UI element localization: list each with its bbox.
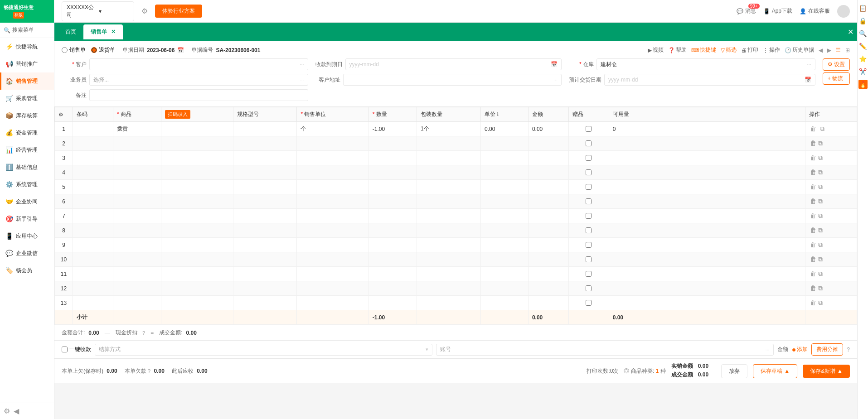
copy-row-icon[interactable]: ⧉ bbox=[818, 284, 823, 292]
copy-row-icon[interactable]: ⧉ bbox=[818, 140, 823, 147]
right-panel-icon-3[interactable]: 🔍 bbox=[858, 29, 868, 38]
right-panel-icon-5[interactable]: ⭐ bbox=[858, 54, 868, 63]
delete-row-icon[interactable]: 🗑 bbox=[810, 255, 816, 263]
row-barcode[interactable] bbox=[73, 122, 113, 136]
delete-row-icon[interactable]: 🗑 bbox=[810, 154, 816, 161]
total-owed-help-icon[interactable]: ? bbox=[148, 368, 150, 374]
customer-input[interactable]: ··· bbox=[89, 58, 308, 70]
delete-row-icon[interactable]: 🗑 bbox=[810, 241, 816, 248]
sidebar-item-sales[interactable]: 🏠 销售管理 bbox=[0, 72, 54, 90]
operations-action[interactable]: ⋮ 操作 bbox=[763, 46, 780, 54]
tab-sales-order[interactable]: 销售单 ✕ bbox=[83, 24, 123, 39]
settings-button[interactable]: ⚙ 设置 bbox=[823, 58, 850, 71]
nav-next-icon[interactable]: ▶ bbox=[827, 47, 831, 53]
delete-row-icon[interactable]: 🗑 bbox=[810, 183, 816, 190]
add-payment-button[interactable]: ● 添加 bbox=[792, 346, 808, 354]
one-click-payment-checkbox[interactable]: 一键收款 bbox=[62, 346, 91, 353]
sales-order-radio[interactable]: 销售单 bbox=[62, 46, 86, 54]
remarks-input[interactable] bbox=[89, 89, 308, 101]
copy-row-icon[interactable]: ⧉ bbox=[820, 125, 824, 132]
row-pkg[interactable]: 1个 bbox=[417, 122, 481, 136]
sidebar-item-business[interactable]: 📊 经营管理 bbox=[0, 141, 54, 159]
save-new-button[interactable]: 保存&新增 ▲ bbox=[803, 365, 850, 378]
save-draft-button[interactable]: 保存草稿 ▲ bbox=[753, 364, 797, 378]
copy-row-icon[interactable]: ⧉ bbox=[818, 270, 823, 277]
online-service-button[interactable]: 👤 在线客服 bbox=[800, 7, 830, 15]
settings-bottom-icon[interactable]: ⚙ bbox=[4, 407, 10, 415]
row-goods[interactable]: 拨贡 bbox=[113, 122, 161, 136]
settings-gear-icon[interactable]: ⚙ bbox=[140, 5, 150, 17]
copy-row-icon[interactable]: ⧉ bbox=[818, 197, 823, 205]
payment-date-input[interactable]: yyyy-mm-dd 📅 bbox=[345, 58, 562, 70]
sidebar-item-system[interactable]: ⚙️ 系统管理 bbox=[0, 176, 54, 193]
right-panel-icon-2[interactable]: 🔒 bbox=[858, 16, 868, 25]
delete-row-icon[interactable]: 🗑 bbox=[810, 197, 816, 205]
right-panel-icon-4[interactable]: ✏️ bbox=[858, 42, 868, 51]
sidebar-item-quick-nav[interactable]: ⚡ 快捷导航 bbox=[0, 38, 54, 55]
discount-help-icon[interactable]: ? bbox=[142, 330, 145, 336]
delete-row-icon[interactable]: 🗑 bbox=[810, 226, 816, 234]
copy-row-icon[interactable]: ⧉ bbox=[818, 169, 823, 176]
avatar[interactable] bbox=[837, 5, 850, 18]
salesperson-input[interactable]: 选择... ··· bbox=[89, 74, 308, 86]
nav-prev-icon[interactable]: ◀ bbox=[819, 47, 823, 53]
copy-row-icon[interactable]: ⧉ bbox=[818, 241, 823, 248]
video-action[interactable]: ▶ 视频 bbox=[648, 46, 664, 54]
row-amount[interactable]: 0.00 bbox=[528, 122, 568, 136]
copy-row-icon[interactable]: ⧉ bbox=[818, 183, 823, 190]
delete-row-icon[interactable]: 🗑 bbox=[810, 284, 816, 292]
collapse-icon[interactable]: ◀ bbox=[14, 407, 19, 415]
calendar-icon[interactable]: 📅 bbox=[177, 47, 184, 53]
sidebar-item-guide[interactable]: 🎯 新手引导 bbox=[0, 210, 54, 227]
payment-help-icon[interactable]: ? bbox=[847, 347, 850, 353]
copy-row-icon[interactable]: ⧉ bbox=[818, 255, 823, 263]
delete-row-icon[interactable]: 🗑 bbox=[810, 169, 816, 176]
discard-button[interactable]: 放弃 bbox=[721, 364, 747, 378]
copy-row-icon[interactable]: ⧉ bbox=[818, 154, 823, 161]
row-price[interactable]: 0.00 bbox=[481, 122, 529, 136]
col-scan[interactable]: 扫码录入 bbox=[161, 107, 233, 122]
sidebar-item-basic[interactable]: ℹ️ 基础信息 bbox=[0, 159, 54, 176]
sidebar-item-enterprise[interactable]: 🤝 企业协同 bbox=[0, 193, 54, 210]
tab-bar-close-icon[interactable]: ✕ bbox=[848, 28, 853, 36]
search-menu[interactable]: 🔍 搜索菜单 bbox=[0, 23, 54, 38]
history-action[interactable]: 🕐 历史单据 bbox=[785, 46, 814, 54]
sidebar-item-wechat[interactable]: 💬 企业微信 bbox=[0, 245, 54, 262]
delete-row-icon[interactable]: 🗑 bbox=[810, 125, 816, 132]
sidebar-item-finance[interactable]: 💰 资金管理 bbox=[0, 124, 54, 141]
row-spec[interactable] bbox=[233, 122, 297, 136]
shortcuts-action[interactable]: ⌨ 快捷键 bbox=[691, 46, 716, 54]
calc-method-input[interactable]: 结算方式 ▾ bbox=[95, 344, 432, 356]
company-selector[interactable]: XXXXXX公司 ▾ bbox=[62, 1, 134, 21]
tab-close-icon[interactable]: ✕ bbox=[111, 29, 116, 35]
message-button[interactable]: 💬 消息 99+ bbox=[737, 7, 756, 15]
payment-calendar-icon[interactable]: 📅 bbox=[551, 61, 558, 67]
right-panel-icon-7[interactable]: 🔥 bbox=[858, 80, 868, 89]
trial-button[interactable]: 体验行业方案 bbox=[155, 5, 202, 18]
sidebar-item-appstore[interactable]: 📱 应用中心 bbox=[0, 227, 54, 245]
grid-view-icon[interactable]: ⊞ bbox=[845, 47, 850, 53]
right-panel-icon-6[interactable]: ✂️ bbox=[858, 67, 868, 76]
sidebar-item-inventory[interactable]: 📦 库存核算 bbox=[0, 107, 54, 124]
row-qty[interactable]: -1.00 bbox=[369, 122, 417, 136]
delete-row-icon[interactable]: 🗑 bbox=[810, 140, 816, 147]
logistics-button[interactable]: + 物流 bbox=[823, 72, 850, 85]
delete-row-icon[interactable]: 🗑 bbox=[810, 270, 816, 277]
row-unit[interactable]: 个 bbox=[297, 122, 369, 136]
list-view-icon[interactable]: ☰ bbox=[836, 47, 841, 53]
delete-row-icon[interactable]: 🗑 bbox=[810, 212, 816, 219]
account-input[interactable]: 账号 ··· bbox=[436, 344, 774, 356]
copy-row-icon[interactable]: ⧉ bbox=[818, 212, 823, 219]
sidebar-item-member[interactable]: 🏷️ 畅会员 bbox=[0, 262, 54, 279]
expected-date-input[interactable]: yyyy-mm-dd 📅 bbox=[604, 74, 815, 86]
row-gift[interactable] bbox=[568, 122, 609, 136]
right-panel-icon-1[interactable]: 📋 bbox=[858, 4, 868, 13]
copy-row-icon[interactable]: ⧉ bbox=[818, 299, 823, 306]
delete-row-icon[interactable]: 🗑 bbox=[810, 299, 816, 306]
app-download-button[interactable]: 📱 App下载 bbox=[763, 7, 792, 15]
sidebar-item-purchase[interactable]: 🛒 采购管理 bbox=[0, 90, 54, 107]
expected-calendar-icon[interactable]: 📅 bbox=[805, 77, 811, 83]
return-order-radio[interactable]: 退货单 bbox=[91, 46, 115, 54]
sidebar-item-marketing[interactable]: 📢 营销推广 bbox=[0, 55, 54, 72]
expense-split-button[interactable]: 费用分摊 bbox=[811, 343, 843, 356]
